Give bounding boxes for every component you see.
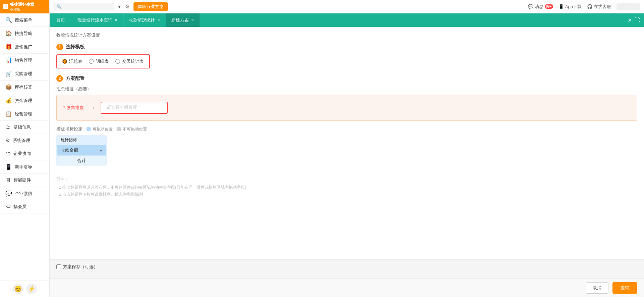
sidebar-item-wechat[interactable]: 💬 企业微信 <box>0 187 49 200</box>
tips-section: 提示： 1.拖动标题栏可以调整布局，不可跨维度或指标区域拖动栏目字段(只能在同一… <box>56 175 637 198</box>
sidebar-item-marketing[interactable]: 🎁 营销推广 <box>0 40 49 54</box>
sidebar-label-guide: 新手引导 <box>15 164 32 170</box>
sidebar-item-finance[interactable]: 💰 资金管理 <box>0 94 49 107</box>
save-label: 方案保存（可选） <box>63 264 98 270</box>
dimension-select-placeholder: 请选择分组维度 <box>107 105 137 110</box>
indicator-settings-label-text: 模板指标设定 <box>56 126 83 132</box>
messages-icon: 💬 <box>528 4 533 9</box>
download-button[interactable]: 📱 App下载 <box>558 4 582 10</box>
tab-collection-stats[interactable]: 收款情况统计 ✕ <box>123 13 166 27</box>
topbar-dropdown-icon[interactable]: ▾ <box>118 3 121 10</box>
sidebar-item-enterprise[interactable]: 🗃 企业协同 <box>0 147 49 160</box>
topbar-search-icon: 🔍 <box>57 4 62 9</box>
legend-fixed-label: 不可拖动位置 <box>123 127 147 132</box>
radio-cross-label: 交叉统计表 <box>122 58 144 64</box>
step2-label: 方案配置 <box>66 76 85 82</box>
topbar-search[interactable]: 🔍 <box>54 3 114 10</box>
tip-item-1: 1.拖动标题栏可以调整布局，不可跨维度或指标区域拖动栏目字段(只能在同一维度或指… <box>56 184 637 191</box>
sidebar-item-inventory[interactable]: 📦 库存核算 <box>0 81 49 94</box>
sidebar-logo: 🅱 畅捷通好生意 标准版 <box>0 0 49 13</box>
step1-label: 选择模板 <box>66 44 85 50</box>
tabbar: 首页 现金银行流水查询 ✕ 收款情况统计 ✕ 新建方案 ✕ ✕ ⛶ <box>50 13 644 27</box>
guide-icon: 📱 <box>5 164 12 170</box>
sidebar-label-system: 系统管理 <box>13 138 30 144</box>
search-menu-icon: 🔍 <box>5 17 12 23</box>
dimension-arrow-icon: → <box>89 104 95 111</box>
indicator-dropdown-icon[interactable]: ▾ <box>100 148 102 153</box>
cancel-button[interactable]: 取消 <box>586 282 608 294</box>
breadcrumb: 收款情况统计方案设置 <box>56 32 637 38</box>
legend-movable: 可拖动位置 <box>87 127 113 132</box>
tab-maximize-icon[interactable]: ⛶ <box>635 17 640 23</box>
tab-cash-flow-close-icon[interactable]: ✕ <box>114 18 118 22</box>
tab-controls: ✕ ⛶ <box>624 17 644 23</box>
sidebar-item-system[interactable]: ⚙ 系统管理 <box>0 134 49 147</box>
wechat-icon: 💬 <box>5 190 12 197</box>
sidebar-label-inventory: 库存核算 <box>15 84 32 90</box>
bottom-bar: 取消 查询 <box>50 278 644 297</box>
messages-button[interactable]: 💬 消息 99+ <box>528 4 553 10</box>
legend-fixed: 不可拖动位置 <box>117 127 147 132</box>
indicator-table-header: 统计指标 <box>57 135 106 145</box>
step1-header: 1 选择模板 <box>56 44 637 50</box>
tab-new-plan-close-icon[interactable]: ✕ <box>191 18 194 22</box>
indicator-item-label: 收款金额 <box>61 147 78 153</box>
radio-detail[interactable]: 明细表 <box>89 58 109 64</box>
sidebar-item-sales[interactable]: 📊 销售管理 <box>0 54 49 67</box>
tab-collection-stats-close-icon[interactable]: ✕ <box>157 18 160 22</box>
radio-summary-input[interactable] <box>62 59 67 64</box>
sidebar-label-search-menu: 搜索菜单 <box>15 17 32 23</box>
tab-new-plan[interactable]: 新建方案 ✕ <box>166 13 200 27</box>
sidebar-item-search-menu[interactable]: 🔍 搜索菜单 <box>0 13 49 27</box>
sidebar-item-operations[interactable]: 📋 经营管理 <box>0 107 49 121</box>
main: 🔍 ▾ ⚙ 体验行业方案 💬 消息 99+ 📱 App下载 🎧 在线客服 <box>50 0 644 297</box>
query-button[interactable]: 查询 <box>612 282 637 294</box>
tab-close-all-icon[interactable]: ✕ <box>628 17 632 23</box>
sidebar-item-purchase[interactable]: 🛒 采购管理 <box>0 67 49 81</box>
indicator-item-amount[interactable]: 收款金额 ▾ <box>57 145 106 155</box>
save-checkbox[interactable] <box>56 264 61 269</box>
service-button[interactable]: 🎧 在线客服 <box>587 4 611 10</box>
dimension-area: * 纵向维度 → 请选择分组维度 <box>56 95 637 121</box>
page-content: 收款情况统计方案设置 1 选择模板 汇总表 明细表 <box>50 27 644 278</box>
dimension-row: * 纵向维度 → 请选择分组维度 <box>63 102 630 114</box>
sidebar-footer-icon-2[interactable]: ⚡ <box>26 284 37 294</box>
radio-cross[interactable]: 交叉统计表 <box>115 58 144 64</box>
system-icon: ⚙ <box>5 137 10 144</box>
sidebar-label-hardware: 智能硬件 <box>13 177 31 183</box>
tab-home-label: 首页 <box>56 17 65 23</box>
tab-cash-flow[interactable]: 现金银行流水查询 ✕ <box>72 13 123 27</box>
sidebar-label-basic-info: 基础信息 <box>13 124 31 130</box>
quick-nav-icon: 🏠 <box>5 30 12 37</box>
legend-movable-dot <box>87 127 91 131</box>
messages-label: 消息 <box>535 4 543 10</box>
user-avatar[interactable] <box>616 3 640 10</box>
bottom-actions: 取消 查询 <box>586 282 637 294</box>
tab-collection-stats-label: 收款情况统计 <box>129 17 155 23</box>
trial-button[interactable]: 体验行业方案 <box>133 2 168 11</box>
sidebar-label-marketing: 营销推广 <box>15 44 32 50</box>
tab-home[interactable]: 首页 <box>50 13 72 27</box>
radio-cross-input[interactable] <box>115 59 120 64</box>
save-section: 方案保存（可选） <box>50 259 644 274</box>
sidebar-item-hardware[interactable]: 🖥 智能硬件 <box>0 174 49 187</box>
dimension-select[interactable]: 请选择分组维度 <box>101 102 168 114</box>
legend-fixed-dot <box>117 127 121 131</box>
radio-summary[interactable]: 汇总表 <box>62 58 82 64</box>
sidebar-label-quick-nav: 快捷导航 <box>15 31 32 37</box>
radio-detail-input[interactable] <box>89 59 94 64</box>
page-inner: 收款情况统计方案设置 1 选择模板 汇总表 明细表 <box>50 27 644 259</box>
sidebar-label-finance: 资金管理 <box>15 98 32 104</box>
sidebar-item-guide[interactable]: 📱 新手引导 <box>0 160 49 174</box>
service-icon: 🎧 <box>587 4 592 9</box>
save-option[interactable]: 方案保存（可选） <box>56 264 637 270</box>
sidebar-label-member: 畅会员 <box>13 204 26 210</box>
sidebar-item-quick-nav[interactable]: 🏠 快捷导航 <box>0 27 49 40</box>
sidebar-item-basic-info[interactable]: 🗂 基础信息 <box>0 121 49 134</box>
marketing-icon: 🎁 <box>5 44 12 50</box>
topbar-gear-icon[interactable]: ⚙ <box>125 3 129 10</box>
sidebar-footer-icon-1[interactable]: 😊 <box>13 284 23 294</box>
operations-icon: 📋 <box>5 111 12 117</box>
download-label: App下载 <box>565 4 582 10</box>
sidebar-item-member[interactable]: 🏷 畅会员 <box>0 200 49 213</box>
